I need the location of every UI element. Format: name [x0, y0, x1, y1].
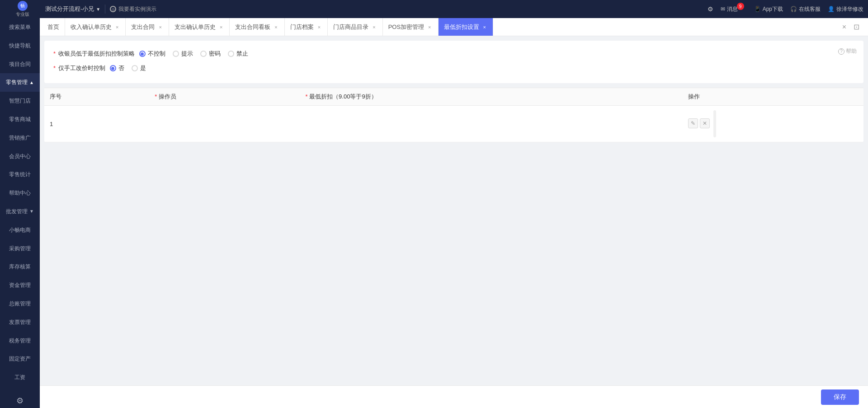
- user-avatar-icon: 👤: [828, 6, 835, 12]
- main-layout: 搜索菜单快捷导航项目合同零售管理▲智慧门店零售商城营销推广会员中心零售统计帮助中…: [0, 18, 868, 408]
- sidebar-item-2[interactable]: 项目合同: [0, 55, 40, 74]
- tab-item-3[interactable]: 支出确认单历史×: [169, 18, 230, 36]
- tab-label-8: 最低折扣设置: [444, 23, 479, 31]
- delete-row-button[interactable]: ✕: [700, 118, 710, 128]
- tab-item-8[interactable]: 最低折扣设置×: [439, 18, 493, 36]
- radio-circle-1: [173, 51, 179, 57]
- sidebar-item-14[interactable]: 资金管理: [0, 276, 40, 295]
- tab-item-6[interactable]: 门店商品目录×: [328, 18, 382, 36]
- tab-label-7: POS加密管理: [388, 23, 424, 31]
- online-service-item[interactable]: 🎧 在线客服: [790, 5, 821, 13]
- settings-icon[interactable]: ⚙: [708, 5, 713, 13]
- sidebar-item-3[interactable]: 零售管理▲: [0, 73, 40, 92]
- tab-item-2[interactable]: 支出合同×: [126, 18, 169, 36]
- required-star-2: *: [53, 65, 56, 71]
- tab-close-3[interactable]: ×: [218, 24, 224, 30]
- sidebar-item-6[interactable]: 营销推广: [0, 129, 40, 147]
- gear-icon[interactable]: ⚙: [0, 391, 40, 408]
- demo-icon: ◎: [110, 6, 116, 12]
- field2-radio-label-0: 否: [118, 64, 124, 72]
- help-button[interactable]: ? 帮助: [838, 47, 857, 55]
- sidebar-item-8[interactable]: 零售统计: [0, 165, 40, 184]
- radio-label-1: 提示: [181, 50, 193, 58]
- field2-radio-0[interactable]: 否: [110, 64, 124, 72]
- sidebar-item-10[interactable]: 批发管理▼: [0, 202, 40, 221]
- user-label: 徐泽华修改: [836, 5, 863, 13]
- tab-close-5[interactable]: ×: [316, 24, 322, 30]
- cell-action-0: ✎✕: [683, 106, 863, 142]
- sidebar-item-15[interactable]: 总账管理: [0, 295, 40, 313]
- sidebar-item-19[interactable]: 工资: [0, 368, 40, 387]
- demo-link[interactable]: ◎ 我要看实例演示: [110, 5, 156, 13]
- sidebar-item-1[interactable]: 快捷导航: [0, 37, 40, 55]
- sidebar-item-17[interactable]: 税务管理: [0, 332, 40, 350]
- field1-radio-3[interactable]: 禁止: [228, 50, 248, 58]
- sidebar-arrow-icon: ▼: [29, 208, 34, 215]
- field1-radio-1[interactable]: 提示: [173, 50, 193, 58]
- th-required-star: *: [305, 93, 309, 100]
- tab-label-5: 门店档案: [290, 23, 314, 31]
- edit-row-button[interactable]: ✎: [688, 118, 698, 128]
- tab-item-4[interactable]: 支出合同看板×: [230, 18, 284, 36]
- tab-item-0[interactable]: 首页: [42, 18, 65, 36]
- tab-close-1[interactable]: ×: [114, 24, 120, 30]
- tab-close-2[interactable]: ×: [157, 24, 163, 30]
- sidebar-item-13[interactable]: 库存核算: [0, 258, 40, 276]
- field2-label: * 仅手工改价时控制: [53, 64, 105, 72]
- table-row: 1✎✕: [44, 106, 863, 142]
- field2-radio-label-1: 是: [140, 64, 146, 72]
- close-all-tabs-button[interactable]: ×: [840, 21, 848, 33]
- tab-close-4[interactable]: ×: [273, 24, 278, 30]
- logo: 畅 专业版: [5, 1, 41, 18]
- sidebar-item-12[interactable]: 采购管理: [0, 239, 40, 258]
- sidebar-item-5[interactable]: 零售商城: [0, 110, 40, 129]
- tab-close-7[interactable]: ×: [427, 24, 432, 30]
- logo-label: 专业版: [16, 11, 29, 18]
- tab-label-6: 门店商品目录: [333, 23, 368, 31]
- tab-bar-actions: ×⊡: [836, 21, 866, 33]
- project-name: 测试分开流程-小兄: [45, 5, 94, 13]
- page-content: ? 帮助 * 收银员低于最低折扣控制策略 不控制提示密码禁止 *: [40, 36, 868, 385]
- sidebar-item-0[interactable]: 搜索菜单: [0, 18, 40, 37]
- required-star: *: [53, 50, 56, 57]
- tab-item-7[interactable]: POS加密管理×: [383, 18, 439, 36]
- table-col-header-min_discount: * 最低折扣（9.00等于9折）: [300, 88, 683, 106]
- app-download-item[interactable]: 📱 App下载: [754, 5, 783, 13]
- project-selector[interactable]: 测试分开流程-小兄 ▼: [45, 5, 100, 13]
- tab-item-1[interactable]: 收入确认单历史×: [65, 18, 126, 36]
- field2-radio-dot-0: [111, 67, 114, 70]
- th-label-min_discount: 最低折扣（9.00等于9折）: [309, 93, 377, 100]
- sidebar-item-4[interactable]: 智慧门店: [0, 92, 40, 110]
- save-button[interactable]: 保存: [821, 389, 859, 405]
- radio-label-0: 不控制: [148, 50, 165, 58]
- sidebar-item-7[interactable]: 会员中心: [0, 147, 40, 166]
- form-card: ? 帮助 * 收银员低于最低折扣控制策略 不控制提示密码禁止 *: [44, 41, 863, 83]
- help-label: 帮助: [846, 47, 857, 55]
- tab-close-8[interactable]: ×: [482, 24, 487, 30]
- sidebar-item-11[interactable]: 小畅电商: [0, 221, 40, 239]
- tab-item-5[interactable]: 门店档案×: [285, 18, 328, 36]
- field2-radio-1[interactable]: 是: [132, 64, 146, 72]
- online-service-label: 在线客服: [799, 5, 821, 13]
- table-col-header-operator: * 操作员: [149, 88, 300, 106]
- phone-icon: 📱: [754, 6, 761, 12]
- field1-radio-0[interactable]: 不控制: [139, 50, 165, 58]
- table-col-header-action: 操作: [683, 88, 863, 106]
- demo-label: 我要看实例演示: [118, 5, 156, 13]
- expand-tabs-button[interactable]: ⊡: [852, 21, 861, 33]
- messages-item[interactable]: ✉ 消息 9: [721, 5, 747, 13]
- user-item[interactable]: 👤 徐泽华修改: [828, 5, 863, 13]
- sidebar-item-9[interactable]: 帮助中心: [0, 184, 40, 202]
- sidebar-item-16[interactable]: 发票管理: [0, 313, 40, 332]
- tab-bar: 首页收入确认单历史×支出合同×支出确认单历史×支出合同看板×门店档案×门店商品目…: [40, 18, 868, 36]
- tab-close-6[interactable]: ×: [371, 24, 377, 30]
- message-icon: ✉: [721, 6, 725, 12]
- sidebar-item-18[interactable]: 固定资产: [0, 350, 40, 368]
- messages-badge: 9: [737, 3, 744, 10]
- tab-label-2: 支出合同: [131, 23, 155, 31]
- cell-operator-0: [149, 106, 300, 142]
- cell-min-discount-0: [300, 106, 683, 142]
- messages-label: 消息: [727, 5, 738, 13]
- field1-radio-2[interactable]: 密码: [200, 50, 221, 58]
- radio-circle-3: [228, 51, 234, 57]
